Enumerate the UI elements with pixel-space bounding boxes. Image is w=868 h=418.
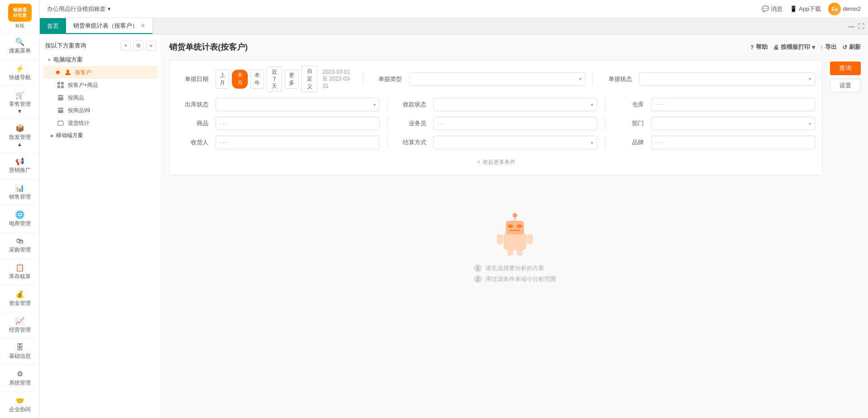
- date-range-value: 2023-03-01 至 2023-03-31: [322, 69, 355, 89]
- sidebar-item-basic[interactable]: 🗄 基础信息: [0, 339, 39, 365]
- add-scheme-btn[interactable]: +: [121, 41, 131, 51]
- main-area: 办公用品行业模拟账套 ▾ 💬 消息 📱 App下载 Ea demo2 首页: [40, 0, 868, 418]
- sidebar-item-search-menu[interactable]: 🔍 搜索菜单: [0, 33, 39, 60]
- divider-5: [387, 117, 387, 130]
- svg-rect-3: [57, 86, 60, 88]
- avatar-initials: Ea: [832, 6, 838, 12]
- sidebar-item-label: 经营管理: [2, 326, 38, 334]
- sidebar-item-system[interactable]: ⚙ 系统管理: [0, 365, 39, 392]
- left-panel-title: 按以下方案查询: [45, 42, 86, 50]
- export-icon: ↑: [821, 44, 824, 51]
- date-btn-this-year[interactable]: 本年: [250, 70, 264, 89]
- left-panel-header: 按以下方案查询 + ⚙ «: [40, 38, 161, 53]
- user-profile-btn[interactable]: Ea demo2: [828, 3, 861, 15]
- help-btn[interactable]: ? 帮助: [750, 43, 768, 51]
- sidebar-item-label: 基础信息: [2, 352, 38, 360]
- sidebar-item-label: 搜索菜单: [2, 47, 38, 55]
- export-btn[interactable]: ↑ 导出: [821, 43, 837, 51]
- retail-icon: 🛒: [2, 91, 38, 100]
- sidebar-item-purchase[interactable]: 🛍 采购管理: [0, 233, 39, 259]
- settle-selector[interactable]: ▾: [434, 136, 598, 149]
- scheme-by-customer-goods[interactable]: 按客户+商品: [43, 79, 158, 91]
- tab-maximize-icon[interactable]: ⛶: [858, 23, 864, 30]
- refresh-label: 刷新: [849, 43, 861, 51]
- date-btn-custom[interactable]: 自定义: [302, 66, 318, 92]
- goods-label: 商品: [177, 119, 208, 128]
- divider-7: [387, 136, 387, 149]
- filter-row-4: 收货人 ··· 结算方式 ▾ 品牌 ···: [177, 136, 815, 149]
- hint-text-1: 请先选择要分析的方案: [486, 264, 544, 272]
- collapse-bar[interactable]: ∧ 收起更多条件: [177, 155, 815, 170]
- brand-selector[interactable]: ···: [651, 136, 815, 149]
- system-icon: ⚙: [2, 370, 38, 378]
- sidebar-item-label: 批发管理: [2, 133, 38, 141]
- scheme-by-goods[interactable]: 按商品: [43, 91, 158, 104]
- page-title-actions: ? 帮助 🖨 按模板打印 ▾ ↑ 导出 ↺ 刷新: [750, 43, 861, 51]
- logo: 畅捷通好生意 标版: [0, 0, 39, 33]
- date-btn-more[interactable]: 更多: [285, 70, 298, 89]
- scheme-by-customer[interactable]: 按客户: [43, 66, 158, 79]
- date-btn-last7[interactable]: 近7天: [267, 66, 282, 92]
- wholesale-arrow-icon: ▲: [17, 141, 23, 147]
- divider-1: [363, 72, 363, 86]
- app-download-btn[interactable]: 📱 App下载: [790, 5, 821, 13]
- sidebar-item-marketing[interactable]: 📢 营销推广: [0, 152, 39, 179]
- divider-6: [604, 117, 605, 130]
- app-download-label: App下载: [799, 5, 821, 13]
- dept-arrow-icon: ▾: [809, 121, 811, 126]
- doc-status-selector[interactable]: ▾: [639, 72, 815, 86]
- message-btn[interactable]: 💬 消息: [762, 5, 783, 13]
- sidebar-item-sales[interactable]: 📊 销售管理: [0, 179, 39, 206]
- sidebar-item-ecommerce[interactable]: 🌐 电商管理: [0, 206, 39, 233]
- goods-selector[interactable]: ···: [216, 117, 380, 130]
- search-menu-icon: 🔍: [2, 38, 38, 46]
- out-status-selector[interactable]: ▾: [216, 98, 380, 111]
- page-title: 销货单统计表(按客户): [169, 42, 248, 52]
- industry-selector[interactable]: 办公用品行业模拟账套 ▾: [47, 5, 111, 13]
- sidebar-item-label: 企业协同: [2, 406, 38, 413]
- tab-home[interactable]: 首页: [40, 18, 66, 34]
- sidebar-item-operation[interactable]: 📈 经营管理: [0, 312, 39, 339]
- sidebar-item-retail[interactable]: 🛒 零售管理 ▼: [0, 86, 39, 119]
- retail-arrow-icon: ▼: [17, 108, 23, 114]
- sidebar-item-finance[interactable]: 💰 资金管理: [0, 285, 39, 312]
- tab-sales-stat[interactable]: 销货单统计表（按客户） ✕: [66, 18, 153, 34]
- tab-close-icon[interactable]: ✕: [141, 23, 145, 29]
- hint-text-2: 用过滤条件来缩小分析范围: [486, 275, 556, 283]
- tabbar: 首页 销货单统计表（按客户） ✕ — ⛶: [40, 18, 868, 34]
- filter-area: 单据日期 上月 本月 本年 近7天 更多 自定义 2023-03-01 至 20…: [169, 60, 823, 176]
- desktop-scheme-root[interactable]: ▼ 电脑端方案: [43, 53, 158, 66]
- sidebar-item-quick-nav[interactable]: ⚡ 快捷导航: [0, 60, 39, 86]
- enterprise-icon: 🤝: [2, 396, 38, 405]
- print-btn[interactable]: 🖨 按模板打印 ▾: [773, 43, 815, 51]
- svg-rect-5: [58, 95, 63, 100]
- settings-scheme-btn[interactable]: ⚙: [133, 41, 143, 51]
- staff-dots-icon: ···: [438, 119, 446, 128]
- svg-point-13: [517, 224, 522, 228]
- warehouse-selector[interactable]: ···: [651, 98, 815, 111]
- settings-button[interactable]: 设置: [830, 79, 861, 92]
- sidebar-item-wholesale[interactable]: 📦 批发管理 ▲: [0, 119, 39, 152]
- date-btn-this-month[interactable]: 本月: [232, 70, 247, 89]
- svg-rect-11: [506, 221, 524, 234]
- ecommerce-icon: 🌐: [2, 210, 38, 219]
- doc-type-selector[interactable]: ▾: [409, 72, 585, 86]
- tab-minimize-icon[interactable]: —: [848, 23, 854, 30]
- mobile-scheme-root[interactable]: ▶ 移动端方案: [43, 129, 158, 142]
- date-btn-last-month[interactable]: 上月: [216, 70, 229, 89]
- query-button[interactable]: 查询: [830, 62, 861, 75]
- recv-status-selector[interactable]: ▾: [434, 98, 598, 111]
- export-label: 导出: [825, 43, 837, 51]
- staff-selector[interactable]: ···: [434, 117, 598, 130]
- scheme-by-goods99[interactable]: 按商品99: [43, 104, 158, 117]
- sidebar-item-enterprise[interactable]: 🤝 企业协同: [0, 392, 39, 418]
- collapse-panel-btn[interactable]: «: [146, 41, 156, 51]
- refresh-btn[interactable]: ↺ 刷新: [842, 43, 861, 51]
- sidebar-item-label: 零售管理: [2, 100, 38, 108]
- goods-dots-icon: ···: [220, 119, 228, 128]
- sidebar-item-inventory[interactable]: 📋 库存核算: [0, 259, 39, 285]
- dept-selector[interactable]: ▾: [651, 117, 815, 130]
- recipient-selector[interactable]: ···: [216, 136, 380, 149]
- svg-rect-4: [61, 86, 64, 88]
- scheme-return-stat[interactable]: 退货统计: [43, 117, 158, 129]
